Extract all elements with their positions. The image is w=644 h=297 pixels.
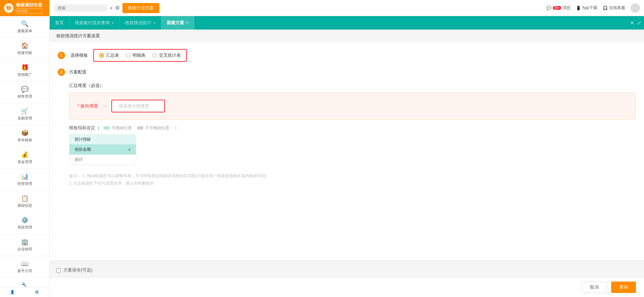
- cancel-button[interactable]: 取消: [582, 282, 607, 293]
- tab-receipt-stats-close[interactable]: ×: [153, 20, 156, 25]
- content-area: 收款情况统计方案设置 1 选择模板 汇总表 明细表: [50, 30, 644, 277]
- enterprise-icon: 🏢: [21, 238, 29, 246]
- radio-summary-label: 汇总表: [106, 52, 119, 58]
- system-icon: ⚙️: [21, 216, 29, 224]
- tab-maximize-button[interactable]: ⤢: [637, 20, 641, 26]
- legend-end: ）: [175, 125, 179, 131]
- radio-detail[interactable]: 明细表: [126, 52, 146, 58]
- sidebar-logo: 畅 畅捷通好生意 标准版: [0, 0, 49, 16]
- radio-detail-dot: [126, 53, 130, 58]
- step2-row: 2 方案配置 汇总维度（必选） * 纵向维度 → 请选择分组维度: [58, 68, 636, 187]
- sidebar-item-marketing[interactable]: 🎁 营销推广: [0, 60, 49, 82]
- tab-new-plan-label: 新建方案: [167, 20, 184, 26]
- metrics-col-dropdown-icon[interactable]: ∨: [128, 148, 130, 151]
- topbar-app-download[interactable]: 📱 App下载: [576, 5, 597, 11]
- sidebar-item-sales[interactable]: 💬 销售管理: [0, 82, 49, 103]
- non-draggable-legend-label: 不可拖动位置: [145, 125, 169, 131]
- dimension-selector[interactable]: 请选择分组维度: [111, 100, 165, 112]
- finance-icon: 💰: [21, 151, 29, 158]
- inventory-icon: 📦: [21, 129, 29, 137]
- search-input[interactable]: [54, 4, 107, 12]
- tab-receipt-stats-label: 收款情况统计: [125, 20, 151, 26]
- topbar-message[interactable]: 💬 99+ 消息: [546, 5, 571, 11]
- sidebar-item-basic-info[interactable]: 📋 基础信息: [0, 191, 49, 212]
- sidebar-item-finance[interactable]: 💰 资金管理: [0, 147, 49, 169]
- hint-line2: 2. 点击标题栏下拉可设置排序、插入列和删除列: [69, 180, 636, 187]
- tab-new-plan-close[interactable]: ×: [186, 20, 189, 25]
- radio-cross[interactable]: 交叉统计表: [152, 52, 181, 58]
- bottom-action-bar: 取消 查询: [50, 277, 644, 297]
- tab-home-label: 首页: [55, 20, 64, 26]
- dimension-area: * 纵向维度 → 请选择分组维度: [69, 93, 636, 119]
- sidebar-nav: 🔍 搜索菜单 🏠 快捷导航 🎁 营销推广 💬 销售管理 🛒 采购管理 📦 库存核…: [0, 16, 49, 287]
- basic-info-icon: 📋: [21, 195, 29, 202]
- footer-bar: 方案保存(可选): [50, 263, 644, 277]
- topbar-online-service[interactable]: 🎧 在线客服: [603, 5, 625, 11]
- config-section: 汇总维度（必选） * 纵向维度 → 请选择分组维度 模板指标设定（: [58, 83, 636, 187]
- guide-icon: 📖: [21, 260, 29, 267]
- legend-non-draggable: 不可拖动位置: [137, 125, 169, 131]
- sidebar-item-quick-nav[interactable]: 🏠 快捷导航: [0, 38, 49, 60]
- radio-detail-label: 明细表: [132, 52, 146, 58]
- metrics-col-header[interactable]: 收款金额 ∨: [69, 145, 136, 155]
- metrics-table: 统计指标 收款金额 ∨ 合计: [69, 134, 136, 165]
- template-options: 汇总表 明细表 交叉统计表: [93, 49, 187, 62]
- sidebar-bottom-user[interactable]: 👤: [10, 290, 15, 294]
- save-plan-checkbox[interactable]: [56, 268, 61, 273]
- sidebar-bottom-settings[interactable]: ⚙️: [35, 290, 39, 294]
- draggable-legend-label: 可拖动位置: [112, 125, 132, 131]
- form-card: 1 选择模板 汇总表 明细表 交叉统计表: [50, 42, 644, 260]
- topbar: ▾ ⚙ 体验行业方案 💬 99+ 消息 📱 App下载 🎧 在线客服: [50, 0, 644, 16]
- tab-receipt-stats[interactable]: 收款情况统计 ×: [120, 16, 161, 30]
- save-plan-label: 方案保存(可选): [63, 267, 93, 273]
- user-avatar[interactable]: [631, 3, 640, 13]
- sidebar-item-smart-hw[interactable]: 🔧 智能硬件: [0, 278, 49, 287]
- quick-nav-icon: 🏠: [21, 42, 29, 49]
- sidebar-item-search-menu[interactable]: 🔍 搜索菜单: [0, 16, 49, 38]
- tab-bar: 首页 现金银行流水查询 × 收款情况统计 × 新建方案 × ✕ ⤢: [50, 16, 644, 30]
- sidebar-item-enterprise[interactable]: 🏢 企业协同: [0, 234, 49, 256]
- app-icon: 📱: [576, 6, 581, 10]
- service-icon: 🎧: [603, 6, 608, 10]
- sidebar-item-purchase[interactable]: 🛒 采购管理: [0, 103, 49, 125]
- app-label: App下载: [582, 5, 597, 11]
- radio-summary[interactable]: 汇总表: [99, 52, 119, 58]
- settings-bottom-icon: ⚙️: [35, 290, 39, 294]
- radio-cross-label: 交叉统计表: [159, 52, 181, 58]
- marketing-icon: 🎁: [21, 64, 29, 71]
- industry-plan-button[interactable]: 体验行业方案: [122, 3, 159, 13]
- dimension-row-label: * 纵向维度: [77, 103, 98, 109]
- draggable-legend-box: [104, 126, 110, 130]
- metrics-table-header: 统计指标: [69, 135, 136, 145]
- sidebar-item-guide[interactable]: 📖 新手引导: [0, 256, 49, 278]
- sidebar-item-inventory[interactable]: 📦 库存核算: [0, 125, 49, 147]
- step1-label: 选择模板: [70, 52, 88, 58]
- purchase-icon: 🛒: [21, 107, 29, 115]
- topbar-dropdown-arrow[interactable]: ▾: [110, 5, 112, 11]
- radio-summary-dot: [99, 53, 104, 58]
- topbar-gear-icon[interactable]: ⚙: [115, 5, 120, 11]
- tab-bank-flow-close[interactable]: ×: [112, 20, 114, 25]
- hint-line1: 提示： 1. 拖动标题栏可以调整布局，不可跨维度或指标区域拖动目字段(只能在同一…: [69, 172, 636, 180]
- main-area: ▾ ⚙ 体验行业方案 💬 99+ 消息 📱 App下载 🎧 在线客服 首页: [50, 0, 644, 297]
- tab-bank-flow-label: 现金银行流水查询: [75, 20, 110, 26]
- metrics-config: 模板指标设定（ 可拖动位置 不可拖动位置 ）: [69, 125, 636, 166]
- dimension-arrow-icon: →: [102, 103, 107, 109]
- hints-section: 提示： 1. 拖动标题栏可以调整布局，不可跨维度或指标区域拖动目字段(只能在同一…: [69, 172, 636, 187]
- logo-text: 畅捷通好生意 标准版: [16, 2, 42, 14]
- sidebar-item-system[interactable]: ⚙️ 系统管理: [0, 212, 49, 234]
- metrics-table-row: 合计: [69, 155, 136, 164]
- query-button[interactable]: 查询: [611, 282, 636, 293]
- tab-close-all-button[interactable]: ✕: [630, 20, 634, 26]
- tab-bank-flow[interactable]: 现金银行流水查询 ×: [69, 16, 120, 30]
- smart-hw-icon: 🔧: [21, 282, 29, 287]
- legend-draggable: 可拖动位置: [104, 125, 132, 131]
- tab-new-plan[interactable]: 新建方案 ×: [161, 16, 194, 30]
- sidebar-item-operations[interactable]: 📊 经营管理: [0, 169, 49, 191]
- metrics-col-label: 收款金额: [75, 147, 91, 152]
- tab-home[interactable]: 首页: [50, 16, 69, 30]
- operations-icon: 📊: [21, 173, 29, 180]
- non-draggable-legend-box: [137, 126, 143, 130]
- sales-icon: 💬: [21, 86, 29, 93]
- step2-label: 方案配置: [69, 69, 87, 75]
